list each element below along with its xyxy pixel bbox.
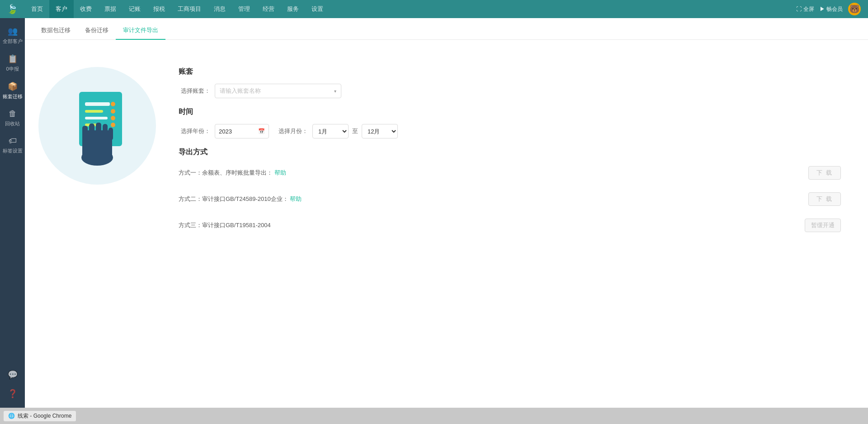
nav-home[interactable]: 首页: [25, 0, 49, 18]
nav-settings[interactable]: 设置: [305, 0, 330, 18]
month-label: 选择月份：: [276, 127, 308, 135]
nav-service[interactable]: 服务: [281, 0, 305, 18]
illustration-svg: [59, 81, 136, 171]
time-select-row: 选择年份： 2023 📅 选择月份： 1月 2月 3月 4月 5月 6月 7月: [179, 124, 841, 138]
form-section: 账套 选择账套： 请输入账套名称 ▾ 时间 选择年份： 2023 �: [170, 58, 868, 390]
tab-data-migration-label: 数据包迁移: [41, 26, 71, 34]
year-input[interactable]: 2023 📅: [215, 124, 269, 138]
help-icon: ❓: [8, 389, 18, 399]
export-method-1-label: 方式一：余额表、序时账批量导出：: [179, 169, 273, 176]
tab-data-migration[interactable]: 数据包迁移: [34, 22, 78, 40]
sidebar-item-all-clients[interactable]: 👥 全部客户: [0, 22, 25, 49]
sidebar-item-zero-declare-label: 0申报: [6, 66, 19, 72]
taskbar-chrome-item[interactable]: 🌐 线索 - Google Chrome: [4, 411, 76, 421]
app-logo: 🍃: [0, 4, 25, 14]
nav-invoice[interactable]: 票据: [98, 0, 123, 18]
svg-point-7: [111, 109, 115, 114]
nav-message[interactable]: 消息: [208, 0, 232, 18]
export-method-2: 方式二：审计接口GB/T24589-2010企业： 帮助 下 载: [179, 191, 841, 208]
export-method-2-help-link[interactable]: 帮助: [290, 195, 302, 202]
nav-items: 首页 客户 收费 票据 记账 报税 工商项目 消息 管理 经营 服务 设置: [25, 0, 796, 18]
sidebar-item-account-migration-label: 账套迁移: [3, 93, 23, 100]
account-select-label: 选择账套：: [179, 87, 210, 95]
svg-rect-14: [96, 123, 101, 139]
tag-settings-icon: 🏷: [9, 136, 17, 146]
date-separator: 至: [352, 127, 358, 135]
sidebar-item-help[interactable]: ❓: [0, 384, 25, 403]
svg-rect-15: [103, 124, 108, 139]
month-start-select[interactable]: 1月 2月 3月 4月 5月 6月 7月 8月 9月 10月 11月 12月: [312, 124, 349, 138]
top-nav-bar: 🍃 首页 客户 收费 票据 记账 报税 工商项目 消息 管理 经营 服务 设置 …: [0, 0, 868, 18]
sidebar-item-account-migration[interactable]: 📦 账套迁移: [0, 77, 25, 105]
calendar-icon: 📅: [258, 128, 265, 134]
account-select-row: 选择账套： 请输入账套名称 ▾: [179, 84, 841, 98]
svg-rect-1: [85, 102, 110, 106]
tab-backup-migration[interactable]: 备份迁移: [78, 22, 116, 40]
month-end-select[interactable]: 1月 2月 3月 4月 5月 6月 7月 8月 9月 10月 11月 12月: [362, 124, 398, 138]
export-method-1: 方式一：余额表、序时账批量导出： 帮助 下 载: [179, 164, 841, 181]
sidebar-item-chat[interactable]: 💬: [0, 365, 25, 384]
year-value: 2023: [219, 128, 232, 135]
zero-declare-icon: 📋: [8, 54, 18, 64]
account-select-input[interactable]: 请输入账套名称 ▾: [215, 84, 341, 98]
svg-point-8: [111, 116, 115, 120]
taskbar-chrome-label: 线索 - Google Chrome: [18, 412, 71, 420]
svg-rect-16: [108, 128, 113, 140]
export-method-1-download-btn[interactable]: 下 载: [808, 166, 841, 180]
main-layout: 👥 全部客户 📋 0申报 📦 账套迁移 🗑 回收站 🏷 标签设置 💬 ❓: [0, 18, 868, 408]
year-label: 选择年份：: [179, 127, 210, 135]
export-method-3: 方式三：审计接口GB/T19581-2004 暂缓开通: [179, 217, 841, 234]
time-section-title: 时间: [179, 107, 841, 117]
sidebar-item-recycle[interactable]: 🗑 回收站: [0, 105, 25, 132]
chat-icon: 💬: [8, 370, 18, 380]
nav-client[interactable]: 客户: [49, 0, 74, 18]
page-content: 账套 选择账套： 请输入账套名称 ▾ 时间 选择年份： 2023 �: [25, 40, 868, 408]
nav-right: ⛶ 全屏 ▶ 畅会员 🐻: [796, 3, 868, 15]
tab-bar: 数据包迁移 备份迁移 审计文件导出: [25, 18, 868, 40]
export-method-2-text: 方式二：审计接口GB/T24589-2010企业： 帮助: [179, 195, 302, 203]
nav-business[interactable]: 工商项目: [171, 0, 208, 18]
tab-audit-export[interactable]: 审计文件导出: [116, 22, 165, 40]
tab-audit-export-label: 审计文件导出: [123, 26, 158, 34]
taskbar: 🌐 线索 - Google Chrome: [0, 408, 868, 424]
nav-bookkeeping[interactable]: 记账: [123, 0, 147, 18]
export-method-2-download-btn[interactable]: 下 载: [808, 192, 841, 206]
account-migration-icon: 📦: [8, 81, 18, 91]
nav-fee[interactable]: 收费: [74, 0, 98, 18]
svg-rect-2: [85, 110, 103, 113]
tab-backup-migration-label: 备份迁移: [85, 26, 108, 34]
all-clients-icon: 👥: [8, 26, 18, 36]
export-method-3-coming-soon-btn[interactable]: 暂缓开通: [805, 219, 841, 232]
nav-operation[interactable]: 经营: [256, 0, 281, 18]
content-area: 数据包迁移 备份迁移 审计文件导出: [25, 18, 868, 408]
svg-rect-3: [85, 117, 108, 119]
account-select-arrow-icon: ▾: [334, 89, 336, 94]
vip-btn[interactable]: ▶ 畅会员: [820, 5, 843, 13]
svg-point-6: [111, 102, 115, 106]
export-method-1-help-link[interactable]: 帮助: [274, 169, 286, 176]
sidebar: 👥 全部客户 📋 0申报 📦 账套迁移 🗑 回收站 🏷 标签设置 💬 ❓: [0, 18, 25, 408]
export-section-title: 导出方式: [179, 148, 841, 157]
account-section-title: 账套: [179, 67, 841, 76]
export-method-3-label: 方式三：审计接口GB/T19581-2004: [179, 222, 271, 229]
sidebar-item-zero-declare[interactable]: 📋 0申报: [0, 49, 25, 77]
illustration-section: [25, 58, 170, 390]
chrome-icon: 🌐: [8, 413, 15, 419]
sidebar-item-tag-settings[interactable]: 🏷 标签设置: [0, 132, 25, 159]
sidebar-item-tag-settings-label: 标签设置: [3, 148, 23, 154]
avatar[interactable]: 🐻: [848, 3, 861, 15]
svg-rect-12: [82, 126, 88, 139]
export-method-1-text: 方式一：余额表、序时账批量导出： 帮助: [179, 169, 286, 177]
sidebar-item-all-clients-label: 全部客户: [3, 38, 23, 45]
export-section-divider: 导出方式: [179, 148, 841, 157]
nav-tax[interactable]: 报税: [147, 0, 171, 18]
sidebar-item-recycle-label: 回收站: [5, 120, 20, 127]
nav-manage[interactable]: 管理: [232, 0, 256, 18]
account-select-placeholder: 请输入账套名称: [220, 87, 261, 95]
recycle-icon: 🗑: [9, 109, 17, 119]
export-method-3-text: 方式三：审计接口GB/T19581-2004: [179, 221, 271, 229]
illustration-circle: [38, 67, 156, 185]
export-method-2-label: 方式二：审计接口GB/T24589-2010企业：: [179, 195, 288, 202]
svg-point-9: [111, 123, 115, 127]
fullscreen-btn[interactable]: ⛶ 全屏: [796, 5, 814, 13]
